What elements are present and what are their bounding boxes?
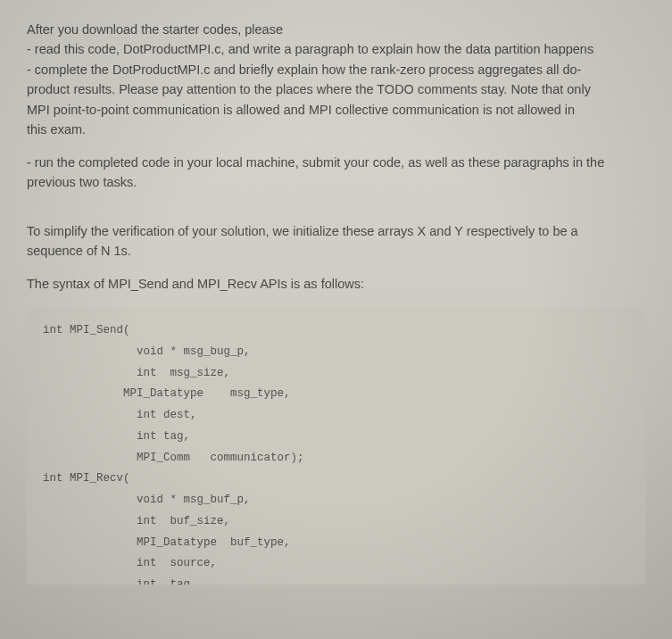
syntax-intro: The syntax of MPI_Send and MPI_Recv APIs… [27, 274, 645, 294]
simplify-l2: sequence of N 1s. [27, 241, 645, 261]
code-line-11: MPI_Datatype buf_type, [43, 533, 629, 554]
simplify-l1: To simplify the verification of your sol… [27, 221, 645, 241]
code-line-6: int tag, [43, 427, 629, 448]
bullet-complete-l3: MPI point-to-point communication is allo… [27, 100, 645, 120]
code-line-1: int MPI_Send( [43, 320, 629, 342]
bullet-read-code: - read this code, DotProductMPI.c, and w… [27, 39, 645, 59]
document-content: After you download the starter codes, pl… [0, 0, 672, 585]
code-line-5: int dest, [43, 405, 629, 427]
intro-lead: After you download the starter codes, pl… [27, 20, 645, 39]
bullet-complete-l1: - complete the DotProductMPI.c and brief… [27, 60, 645, 79]
code-line-13: int tag, [43, 575, 629, 585]
code-line-9: void * msg_buf_p, [43, 490, 629, 511]
run-paragraph: - run the completed code in your local m… [27, 153, 645, 193]
code-line-10: int buf_size, [43, 511, 629, 533]
simplify-paragraph: To simplify the verification of your sol… [27, 221, 645, 261]
code-block: int MPI_Send( void * msg_bug_p, int msg_… [27, 306, 645, 585]
code-line-3: int msg_size, [43, 363, 629, 385]
code-line-8: int MPI_Recv( [43, 469, 629, 490]
code-line-7: MPI_Comm communicator); [43, 448, 629, 469]
code-line-2: void * msg_bug_p, [43, 342, 629, 363]
bullet-complete-l2: product results. Please pay attention to… [27, 79, 645, 99]
bullet-complete-l4: this exam. [27, 120, 645, 139]
intro-paragraph: After you download the starter codes, pl… [27, 20, 645, 140]
bullet-run-l1: - run the completed code in your local m… [27, 153, 645, 172]
bullet-run-l2: previous two tasks. [27, 172, 645, 192]
code-line-4: MPI_Datatype msg_type, [43, 384, 629, 405]
code-line-12: int source, [43, 553, 629, 575]
